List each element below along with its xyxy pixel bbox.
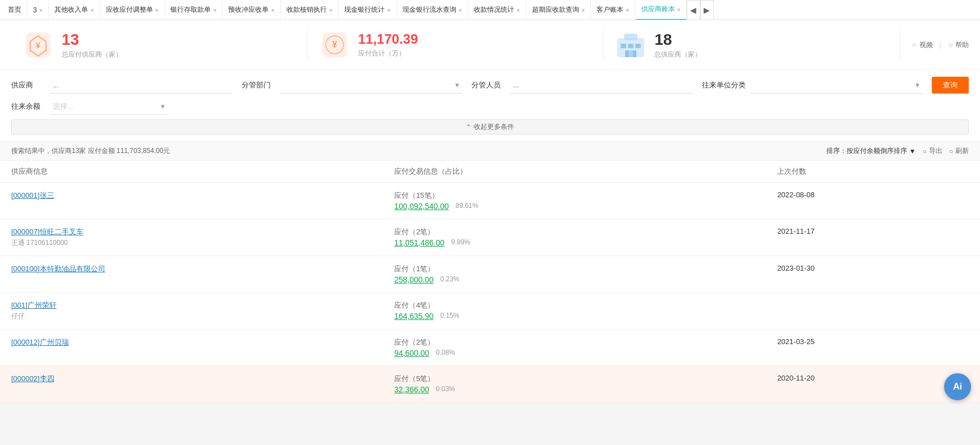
supplier-link-4[interactable]: [001]广州荣轩 [11, 301, 57, 309]
search-button[interactable]: 查询 [932, 77, 969, 94]
nav-tab-ap-adjust[interactable]: 应收应付调整单 × [100, 0, 165, 20]
question-icon: ⊙ [948, 41, 954, 49]
balance-filter-select[interactable]: 选择... ▾ [49, 98, 168, 115]
transaction-pct-6: 0.03% [436, 385, 455, 393]
nav-tab-cash-bank-stat-close[interactable]: × [387, 7, 390, 13]
filter-item-category: 往来单位分类 ▾ [702, 77, 923, 94]
supplier-cell-5: [000012]广州贝瑞 [11, 337, 394, 347]
nav-tab-verify-label: 收款核销执行 [286, 5, 327, 15]
filter-row-1: 供应商 分管部门 ▾ 分管人员 往来单位分类 ▾ 查询 [11, 77, 969, 94]
svg-rect-8 [621, 44, 626, 48]
supplier-cell-4: [001]广州荣轩 仔仔 [11, 300, 394, 321]
refresh-button[interactable]: ○ 刷新 [949, 146, 969, 156]
nav-tab-supplier[interactable]: 供应商账本 × [636, 0, 687, 20]
sort-label: 排序：按应付余额倒序排序 [826, 146, 907, 156]
person-filter-input[interactable] [510, 77, 693, 94]
last-pay-date-1: 2022-08-08 [777, 191, 815, 199]
nav-tab-collection-stat-label: 收款情况统计 [474, 5, 514, 15]
svg-rect-7 [624, 34, 637, 40]
supplier-filter-input[interactable] [49, 77, 233, 94]
supplier-cell-2: [000007]恒旺二手叉车 王通 17106110000 [11, 227, 394, 248]
nav-tab-bank-deposit[interactable]: 银行存取款单 × [165, 0, 223, 20]
filter-area: 供应商 分管部门 ▾ 分管人员 往来单位分类 ▾ 查询 往来余额 选择 [0, 70, 980, 142]
nav-tab-bank-deposit-close[interactable]: × [213, 7, 216, 13]
result-info-text: 搜索结果中，供应商13家 应付金额 111,703,854.00元 [11, 146, 170, 156]
col-header-transaction: 应付交易信息（占比） [394, 166, 777, 177]
sort-dropdown[interactable]: 排序：按应付余额倒序排序 ▼ [826, 146, 916, 156]
filter-row-2: 往来余额 选择... ▾ [11, 98, 969, 115]
refresh-icon: ○ [949, 147, 953, 155]
summary-actions: ⊙ 视频 | ⊙ 帮助 [900, 29, 969, 61]
transaction-cell-3: 应付（1笔） 258,000.00 0.23% [394, 264, 777, 284]
table-header: 供应商信息 应付交易信息（占比） 上次付数 [0, 161, 980, 183]
nav-arrow-left[interactable]: ◀ [687, 0, 700, 20]
nav-tab-collection-stat[interactable]: 收款情况统计 × [468, 0, 526, 20]
total-suppliers-icon [615, 29, 646, 61]
nav-tab-3-close[interactable]: × [39, 7, 43, 13]
nav-tab-home[interactable]: 首页 [2, 0, 27, 20]
transaction-amount-2[interactable]: 11,051,486.00 [394, 238, 445, 247]
category-filter-select[interactable]: ▾ [750, 77, 923, 94]
supplier-link-5[interactable]: [000012]广州贝瑞 [11, 338, 69, 346]
nav-tab-home-label: 首页 [8, 5, 21, 15]
nav-tab-cash-bank-flow[interactable]: 现金银行流水查询 × [397, 0, 468, 20]
transaction-cell-6: 应付（5笔） 32,366.00 0.03% [394, 374, 777, 394]
ap-suppliers-label: 总应付供应商（家） [62, 50, 296, 59]
transaction-amount-4[interactable]: 164,635.90 [394, 312, 433, 321]
transaction-amount-1[interactable]: 100,092,540.00 [394, 202, 449, 211]
filter-item-person: 分管人员 [471, 77, 693, 94]
supplier-link-3[interactable]: [000100]本特勤油品有限公司 [11, 265, 105, 273]
col-header-supplier: 供应商信息 [11, 166, 394, 177]
nav-tab-overdue-label: 超期应收款查询 [532, 5, 579, 15]
nav-tab-collection-stat-close[interactable]: × [516, 7, 520, 13]
nav-tab-customer-close[interactable]: × [626, 7, 629, 13]
nav-tab-ap-adjust-label: 应收应付调整单 [106, 5, 153, 15]
transaction-cell-2: 应付（2笔） 11,051,486.00 9.89% [394, 227, 777, 247]
summary-card-ap-total: ¥ 11,170.39 应付合计（万） [308, 29, 604, 61]
supplier-cell-1: [000001]张三 [11, 191, 394, 201]
nav-tab-verify-close[interactable]: × [329, 7, 332, 13]
supplier-link-1[interactable]: [000001]张三 [11, 191, 54, 200]
category-filter-label: 往来单位分类 [702, 80, 746, 90]
nav-tab-advance-offset-close[interactable]: × [271, 7, 274, 13]
total-suppliers-info: 18 总供应商（家） [654, 30, 889, 60]
transaction-label-3: 应付（1笔） [394, 264, 777, 274]
transaction-amount-3[interactable]: 258,000.00 [394, 275, 433, 284]
nav-tab-verify[interactable]: 收款核销执行 × [281, 0, 339, 20]
nav-tab-supplier-label: 供应商账本 [641, 4, 675, 14]
nav-arrow-right[interactable]: ▶ [700, 0, 714, 20]
result-bar: 搜索结果中，供应商13家 应付金额 111,703,854.00元 排序：按应付… [0, 142, 980, 161]
supplier-link-2[interactable]: [000007]恒旺二手叉车 [11, 228, 84, 236]
last-pay-cell-1: 2022-08-08 [777, 191, 969, 199]
nav-tab-cash-bank-stat[interactable]: 现金银行统计 × [339, 0, 396, 20]
ai-button[interactable]: Ai [944, 373, 971, 400]
nav-tab-overdue-close[interactable]: × [581, 7, 585, 13]
export-button[interactable]: ○ 导出 [923, 146, 942, 156]
nav-tab-other-income[interactable]: 其他收入单 × [49, 0, 100, 20]
transaction-amount-5[interactable]: 94,600.00 [394, 349, 429, 358]
nav-tab-advance-offset[interactable]: 预收冲应收单 × [223, 0, 280, 20]
nav-tab-cash-bank-flow-close[interactable]: × [459, 7, 462, 13]
video-link[interactable]: ⊙ 视频 [912, 40, 932, 50]
dept-chevron-down-icon: ▾ [455, 81, 459, 89]
dept-filter-select[interactable]: ▾ [280, 77, 463, 94]
svg-text:¥: ¥ [332, 40, 337, 49]
video-label: 视频 [919, 41, 933, 49]
supplier-link-6[interactable]: [000002]李四 [11, 374, 54, 383]
help-link[interactable]: ⊙ 帮助 [948, 40, 969, 50]
sort-chevron-icon: ▼ [909, 147, 916, 155]
collapse-button[interactable]: ⌃ 收起更多条件 [11, 119, 969, 135]
nav-tab-overdue[interactable]: 超期应收款查询 × [526, 0, 591, 20]
nav-tab-supplier-close[interactable]: × [677, 6, 681, 13]
filter-item-balance: 往来余额 选择... ▾ [11, 98, 168, 115]
nav-tab-customer[interactable]: 客户账本 × [591, 0, 635, 20]
category-chevron-down-icon: ▾ [916, 81, 919, 89]
filter-item-supplier: 供应商 [11, 77, 233, 94]
nav-tab-3[interactable]: 3 × [27, 0, 49, 20]
nav-tab-other-income-close[interactable]: × [90, 7, 94, 13]
transaction-label-1: 应付（15笔） [394, 191, 777, 201]
top-navigation: 首页 3 × 其他收入单 × 应收应付调整单 × 银行存取款单 × 预收冲应收单… [0, 0, 980, 20]
nav-tab-ap-adjust-close[interactable]: × [155, 7, 159, 13]
transaction-amount-6[interactable]: 32,366.00 [394, 385, 429, 394]
transaction-label-5: 应付（2笔） [394, 337, 777, 347]
